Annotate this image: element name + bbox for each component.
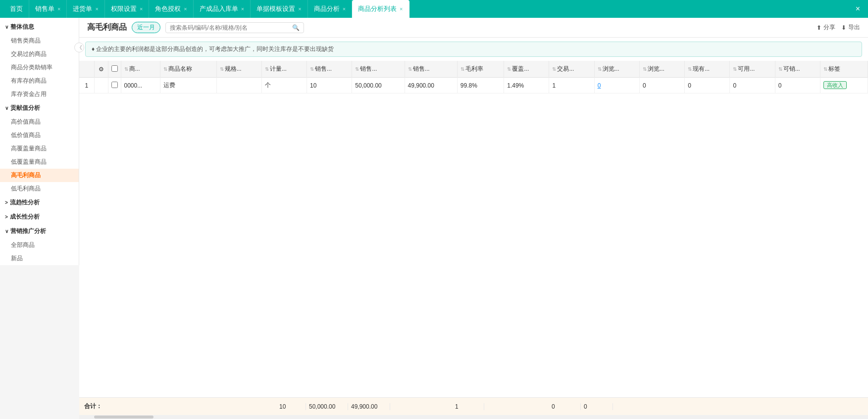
- cell-sales_qty: 10: [307, 78, 352, 93]
- cell-unit: 个: [261, 78, 306, 93]
- info-text: ♦ 企业的主要的利润都是这部分商品创造的，可考虑加大推广，同时关注库存是不要出现…: [92, 45, 334, 53]
- close-tab-analysis[interactable]: ×: [343, 6, 346, 12]
- sidebar-group-marketing[interactable]: ∨营销推广分析: [0, 224, 79, 238]
- sidebar-item-high-coverage[interactable]: 高覆盖量商品: [0, 142, 79, 155]
- info-banner: ♦ 企业的主要的利润都是这部分商品创造的，可考虑加大推广，同时关注库存是不要出现…: [85, 42, 862, 57]
- sidebar-item-all-goods[interactable]: 全部商品: [0, 238, 79, 252]
- cell-sellable: 0: [775, 78, 820, 93]
- col-header-available[interactable]: ⇅可用...: [730, 61, 775, 78]
- sidebar-item-low-margin[interactable]: 低毛利商品: [0, 182, 79, 195]
- col-header-margin_rate[interactable]: ⇅毛利率: [457, 61, 504, 78]
- col-header-sellable[interactable]: ⇅可销...: [775, 61, 820, 78]
- col-header-current_stock[interactable]: ⇅现有...: [685, 61, 730, 78]
- row-checkbox[interactable]: [111, 82, 118, 88]
- nav-tab-analysis[interactable]: 商品分析×: [308, 0, 352, 18]
- search-icon[interactable]: 🔍: [292, 24, 300, 31]
- arrow-icon: ∨: [5, 229, 8, 234]
- cell-available: 0: [730, 78, 775, 93]
- close-all-button[interactable]: ×: [852, 4, 864, 13]
- filter-month-button[interactable]: 近一月: [132, 22, 160, 33]
- sidebar-item-high-value[interactable]: 高价值商品: [0, 115, 79, 129]
- sidebar: ∨整体信息销售类商品交易过的商品商品分类助销率有库存的商品库存资金占用∨贡献值分…: [0, 18, 79, 265]
- content-area: 高毛利商品 近一月 🔍 ⬆ 分享 ⬇ 导出 ♦ 企业的主要的利润都是这部分商品创…: [79, 18, 868, 419]
- cell-settings: [94, 78, 108, 93]
- footer-data-cell: 50,000.00: [306, 403, 348, 410]
- sidebar-item-high-margin[interactable]: 高毛利商品: [0, 169, 79, 182]
- nav-tab-home[interactable]: 首页: [4, 0, 29, 18]
- close-tab-purchase[interactable]: ×: [95, 6, 98, 12]
- footer-data-cell: 0: [549, 403, 581, 410]
- sidebar-item-new-goods[interactable]: 新品: [0, 252, 79, 265]
- search-input[interactable]: [170, 24, 290, 31]
- cell-coverage: 1.49%: [504, 78, 549, 93]
- col-header-tag[interactable]: ⇅标签: [820, 61, 868, 78]
- arrow-icon: ∨: [5, 24, 8, 30]
- sidebar-collapse-button[interactable]: 《: [74, 43, 84, 52]
- close-tab-roles[interactable]: ×: [184, 6, 187, 12]
- data-table: ⚙⇅商...⇅商品名称⇅规格...⇅计量...⇅销售...⇅销售...⇅销售..…: [79, 61, 868, 93]
- sort-icon: ⇅: [310, 66, 314, 72]
- sidebar-item-sales-goods[interactable]: 销售类商品: [0, 34, 79, 47]
- share-label: 分享: [823, 23, 835, 32]
- scrollbar-thumb[interactable]: [94, 416, 153, 419]
- sidebar-group-growth[interactable]: >成长性分析: [0, 210, 79, 224]
- link-browse1[interactable]: 0: [598, 82, 601, 89]
- sidebar-item-traded-goods[interactable]: 交易过的商品: [0, 47, 79, 61]
- close-tab-analysis-list[interactable]: ×: [400, 6, 403, 12]
- close-tab-sales[interactable]: ×: [57, 6, 60, 12]
- sidebar-item-low-coverage[interactable]: 低覆盖量商品: [0, 155, 79, 169]
- cell-checkbox: [108, 78, 121, 93]
- bottom-scrollbar[interactable]: [79, 415, 868, 419]
- nav-tab-products-in[interactable]: 产成品入库单×: [194, 0, 251, 18]
- col-header-name[interactable]: ⇅商品名称: [160, 61, 217, 78]
- nav-tab-analysis-list[interactable]: 商品分析列表×: [352, 0, 409, 18]
- collapse-icon: 《: [77, 44, 82, 51]
- export-label: 导出: [848, 23, 860, 32]
- cell-name: 运费: [160, 78, 217, 93]
- top-nav: 首页销售单×进货单×权限设置×角色授权×产成品入库单×单据模板设置×商品分析×商…: [0, 0, 868, 18]
- col-header-sales_profit[interactable]: ⇅销售...: [405, 61, 457, 78]
- sidebar-group-finance[interactable]: ∨贡献值分析: [0, 101, 79, 115]
- col-header-sales_amount[interactable]: ⇅销售...: [352, 61, 405, 78]
- sidebar-item-in-stock[interactable]: 有库存的商品: [0, 74, 79, 88]
- col-header-browse1[interactable]: ⇅浏览...: [594, 61, 639, 78]
- share-icon: ⬆: [817, 24, 821, 31]
- cell-sales_amount: 50,000.00: [352, 78, 405, 93]
- nav-tab-purchase[interactable]: 进货单×: [67, 0, 104, 18]
- sort-icon: ⇅: [163, 66, 167, 72]
- sidebar-group-overall[interactable]: ∨整体信息: [0, 20, 79, 34]
- nav-tab-template[interactable]: 单据模板设置×: [251, 0, 307, 18]
- main-layout: ∨整体信息销售类商品交易过的商品商品分类助销率有库存的商品库存资金占用∨贡献值分…: [0, 18, 868, 419]
- footer-data-cell: 0: [581, 403, 613, 410]
- nav-tab-roles[interactable]: 角色授权×: [149, 0, 193, 18]
- close-tab-template[interactable]: ×: [298, 6, 301, 12]
- col-header-sales_qty[interactable]: ⇅销售...: [307, 61, 352, 78]
- cell-current_stock: 0: [685, 78, 730, 93]
- col-header-coverage[interactable]: ⇅覆盖...: [504, 61, 549, 78]
- sort-icon: ⇅: [688, 66, 692, 72]
- arrow-icon: >: [5, 200, 8, 205]
- close-tab-products-in[interactable]: ×: [241, 6, 244, 12]
- close-tab-permissions[interactable]: ×: [140, 6, 143, 12]
- sort-icon: ⇅: [733, 66, 737, 72]
- sidebar-item-low-value[interactable]: 低价值商品: [0, 129, 79, 142]
- share-button[interactable]: ⬆ 分享: [817, 23, 835, 32]
- col-header-spec[interactable]: ⇅规格...: [216, 61, 261, 78]
- arrow-icon: ∨: [5, 105, 8, 111]
- sidebar-group-trend[interactable]: >流趋性分析: [0, 195, 79, 210]
- col-header-unit[interactable]: ⇅计量...: [261, 61, 306, 78]
- sidebar-item-stock-occupy[interactable]: 库存资金占用: [0, 88, 79, 101]
- table-wrapper[interactable]: ⚙⇅商...⇅商品名称⇅规格...⇅计量...⇅销售...⇅销售...⇅销售..…: [79, 61, 868, 397]
- col-header-browse2[interactable]: ⇅浏览...: [639, 61, 684, 78]
- export-button[interactable]: ⬇ 导出: [841, 23, 860, 32]
- select-all-checkbox[interactable]: [111, 65, 118, 72]
- col-num: [79, 61, 94, 78]
- sidebar-wrapper: ∨整体信息销售类商品交易过的商品商品分类助销率有库存的商品库存资金占用∨贡献值分…: [0, 18, 79, 419]
- sort-icon: ⇅: [460, 66, 464, 72]
- sidebar-item-category-assist[interactable]: 商品分类助销率: [0, 61, 79, 74]
- nav-tab-sales[interactable]: 销售单×: [29, 0, 67, 18]
- col-header-code[interactable]: ⇅商...: [121, 61, 160, 78]
- sort-icon: ⇅: [598, 66, 602, 72]
- col-header-transaction[interactable]: ⇅交易...: [549, 61, 594, 78]
- nav-tab-permissions[interactable]: 权限设置×: [105, 0, 149, 18]
